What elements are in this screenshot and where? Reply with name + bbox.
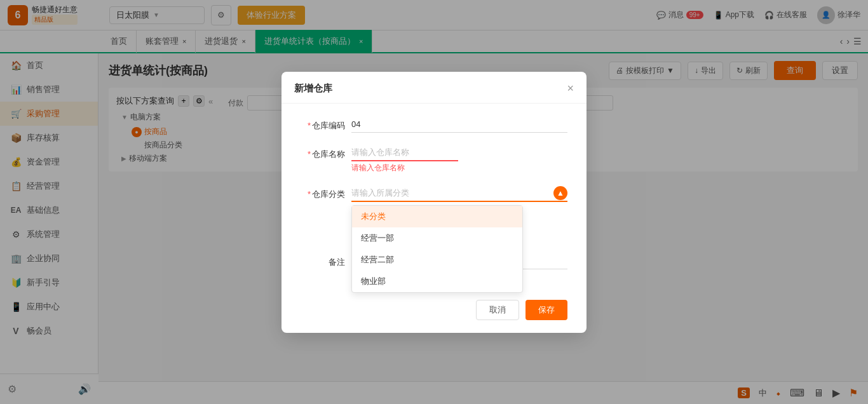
modal-title: 新增仓库 [294, 83, 332, 95]
dropdown-item-uncategorized[interactable]: 未分类 [352, 206, 522, 227]
code-input[interactable] [351, 116, 567, 133]
modal-overlay[interactable]: 新增仓库 × *仓库编码 *仓库名称 [0, 0, 868, 404]
classify-toggle-button[interactable]: ▲ [553, 186, 567, 200]
modal-close-button[interactable]: × [567, 82, 574, 95]
name-error-msg: 请输入仓库名称 [351, 163, 405, 173]
classify-dropdown: 未分类 经营一部 经营二部 物业部 [351, 205, 523, 293]
save-button[interactable]: 保存 [526, 300, 567, 320]
classify-wrap: ▲ 未分类 经营一部 经营二部 物业部 [351, 185, 567, 202]
modal-header: 新增仓库 × [281, 72, 587, 104]
form-row-code: *仓库编码 [301, 116, 567, 133]
classify-input[interactable] [351, 185, 567, 202]
code-label: *仓库编码 [301, 116, 351, 131]
modal: 新增仓库 × *仓库编码 *仓库名称 [281, 72, 587, 333]
name-label: *仓库名称 [301, 145, 351, 160]
cancel-button[interactable]: 取消 [476, 300, 519, 320]
dropdown-item-dept1[interactable]: 经营一部 [352, 227, 522, 249]
form-row-classify: *仓库分类 ▲ 未分类 经营一部 经营二部 物业部 [301, 185, 567, 202]
dropdown-item-dept2[interactable]: 经营二部 [352, 249, 522, 271]
modal-footer: 取消 保存 [281, 300, 587, 320]
modal-body: *仓库编码 *仓库名称 请输入仓库名称 [281, 104, 587, 293]
classify-label: *仓库分类 [301, 185, 351, 200]
name-input[interactable] [351, 144, 458, 161]
note-label: 备注 [301, 253, 351, 268]
dropdown-item-dept3[interactable]: 物业部 [352, 271, 522, 292]
form-row-name: *仓库名称 请输入仓库名称 [301, 144, 567, 173]
